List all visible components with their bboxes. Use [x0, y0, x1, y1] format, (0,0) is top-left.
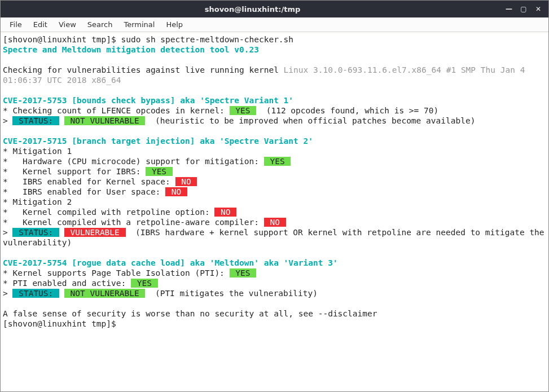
tool-title: Spectre and Meltdown mitigation detectio… [3, 45, 259, 54]
gt: > [3, 289, 12, 298]
yes-badge: YES [131, 279, 158, 288]
no-badge: NO [175, 177, 197, 186]
menu-help[interactable]: Help [160, 19, 188, 30]
gt: > [3, 116, 12, 125]
cve1-header: CVE-2017-5753 [bounds check bypass] aka … [3, 96, 293, 105]
no-badge: NO [165, 187, 187, 196]
menu-view[interactable]: View [53, 19, 82, 30]
not-vulnerable-badge: NOT VULNERABLE [64, 116, 146, 125]
status-badge: STATUS: [12, 289, 59, 298]
cve1-line1-post: (112 opcodes found, which is >= 70) [256, 106, 438, 115]
prompt: [shovon@linuxhint tmp]$ [3, 319, 121, 328]
cve3-header: CVE-2017-5754 [rogue data cache load] ak… [3, 258, 338, 267]
gt: > [3, 228, 12, 237]
no-badge: NO [214, 208, 236, 217]
yes-badge: YES [146, 167, 173, 176]
cve2-l4: * IBRS enabled for User space: [3, 187, 165, 196]
disclaimer: A false sense of security is worse than … [3, 309, 377, 318]
yes-badge: YES [264, 157, 291, 166]
maximize-button[interactable]: ▢ [517, 3, 530, 15]
not-vulnerable-badge: NOT VULNERABLE [64, 289, 146, 298]
cve2-l2: * Kernel support for IBRS: [3, 167, 146, 176]
menu-file[interactable]: File [4, 19, 28, 30]
yes-badge: YES [230, 106, 257, 115]
cve1-line1: * Checking count of LFENCE opcodes in ke… [3, 106, 230, 115]
cve3-l2: * PTI enabled and active: [3, 279, 131, 288]
prompt: [shovon@linuxhint tmp]$ [3, 35, 121, 44]
checking-prefix: Checking for vulnerabilities against liv… [3, 65, 284, 74]
cve2-m1: * Mitigation 1 [3, 147, 72, 156]
status-badge: STATUS: [12, 116, 59, 125]
menubar: File Edit View Search Terminal Help [1, 17, 548, 32]
cve2-l1: * Hardware (CPU microcode) support for m… [3, 157, 264, 166]
cve1-status-post: (heuristic to be improved when official … [145, 116, 475, 125]
menu-edit[interactable]: Edit [28, 19, 53, 30]
cve2-m2: * Mitigation 2 [3, 197, 72, 206]
yes-badge: YES [230, 268, 257, 278]
terminal-output[interactable]: [shovon@linuxhint tmp]$ sudo sh spectre-… [1, 32, 548, 391]
command: sudo sh spectre-meltdown-checker.sh [121, 35, 294, 44]
status-badge: STATUS: [12, 228, 59, 237]
menu-search[interactable]: Search [82, 19, 118, 30]
terminal-window: shovon@linuxhint:/tmp — ▢ ✕ File Edit Vi… [0, 0, 549, 392]
cve2-header: CVE-2017-5715 [branch target injection] … [3, 136, 313, 146]
close-button[interactable]: ✕ [532, 3, 545, 15]
menu-terminal[interactable]: Terminal [118, 19, 160, 30]
titlebar: shovon@linuxhint:/tmp — ▢ ✕ [1, 1, 548, 17]
cve2-l6: * Kernel compiled with a retpoline-aware… [3, 218, 264, 227]
cve3-status-post: (PTI mitigates the vulnerability) [145, 289, 318, 298]
cve2-l3: * IBRS enabled for Kernel space: [3, 177, 175, 186]
window-title: shovon@linuxhint:/tmp [4, 5, 501, 14]
vulnerable-badge: VULNERABLE [64, 228, 126, 237]
cve3-l1: * Kernel supports Page Table Isolation (… [3, 268, 230, 278]
minimize-button[interactable]: — [502, 3, 516, 15]
no-badge: NO [264, 218, 286, 227]
cve2-l5: * Kernel compiled with retpoline option: [3, 208, 214, 217]
